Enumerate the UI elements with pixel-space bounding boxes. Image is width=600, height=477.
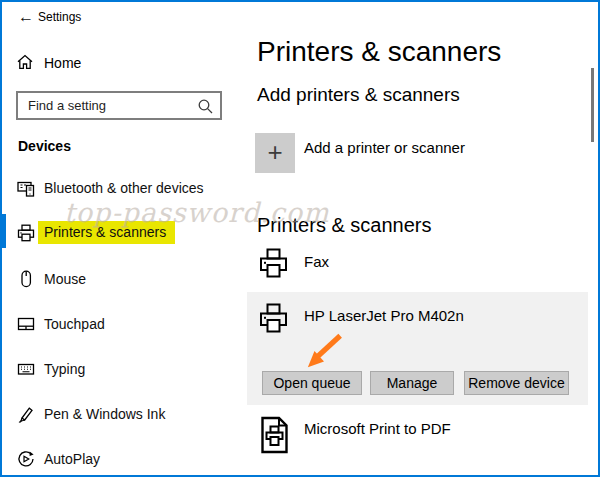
window-title: Settings — [38, 10, 81, 24]
keyboard-icon — [17, 360, 35, 378]
device-name: Fax — [304, 253, 329, 270]
manage-button[interactable]: Manage — [370, 371, 454, 395]
sidebar-item-label: AutoPlay — [44, 451, 100, 467]
page-title: Printers & scanners — [257, 36, 501, 68]
autoplay-icon — [17, 450, 35, 468]
device-row-hp-laserjet[interactable]: HP LaserJet Pro M402n Open queue Manage … — [247, 292, 588, 405]
printer-icon — [259, 303, 288, 334]
device-row-print-to-pdf[interactable]: Microsoft Print to PDF — [247, 410, 588, 460]
pen-icon — [17, 405, 35, 423]
mouse-icon — [17, 270, 35, 288]
sidebar-item-pen[interactable]: Pen & Windows Ink — [2, 396, 234, 432]
back-arrow-icon: ← — [18, 8, 34, 25]
sidebar-item-label: Typing — [44, 361, 85, 377]
annotation-arrow-icon — [301, 332, 347, 370]
sidebar-item-label: Bluetooth & other devices — [44, 180, 204, 196]
printer-icon — [17, 224, 35, 242]
open-queue-button[interactable]: Open queue — [262, 371, 362, 395]
sidebar-item-label: Mouse — [44, 271, 86, 287]
device-name: HP LaserJet Pro M402n — [304, 307, 464, 324]
sidebar-section-header: Devices — [18, 138, 71, 154]
sidebar-item-label: Home — [44, 55, 81, 71]
settings-window: top-password.com ← Settings Home — [0, 0, 600, 477]
device-name: Microsoft Print to PDF — [304, 420, 451, 437]
add-section-header: Add printers & scanners — [257, 84, 460, 106]
sidebar-item-printers[interactable]: Printers & scanners — [2, 215, 234, 251]
pdf-printer-icon — [259, 416, 290, 454]
printer-icon — [259, 248, 288, 279]
remove-device-button[interactable]: Remove device — [464, 371, 569, 395]
sidebar-item-mouse[interactable]: Mouse — [2, 261, 234, 297]
selected-accent-bar — [2, 214, 6, 248]
sidebar: Home Devices Bluetooth & other devices P… — [2, 32, 234, 475]
sidebar-item-label: Pen & Windows Ink — [44, 406, 165, 422]
add-printer-button[interactable]: + Add a printer or scanner — [255, 133, 565, 173]
sidebar-item-label: Touchpad — [44, 316, 105, 332]
devices-icon — [17, 179, 35, 197]
search-box — [16, 91, 222, 120]
add-printer-label: Add a printer or scanner — [304, 139, 465, 156]
sidebar-item-autoplay[interactable]: AutoPlay — [2, 441, 234, 477]
sidebar-item-touchpad[interactable]: Touchpad — [2, 306, 234, 342]
printers-section-header: Printers & scanners — [257, 214, 432, 237]
sidebar-item-label: Printers & scanners — [38, 221, 175, 244]
device-row-fax[interactable]: Fax — [247, 245, 588, 289]
sidebar-item-typing[interactable]: Typing — [2, 351, 234, 387]
home-icon — [16, 53, 34, 71]
search-input[interactable] — [18, 93, 220, 118]
search-icon — [197, 98, 214, 115]
touchpad-icon — [17, 315, 35, 333]
plus-icon: + — [255, 133, 295, 173]
sidebar-item-bluetooth[interactable]: Bluetooth & other devices — [2, 170, 234, 206]
sidebar-item-home[interactable]: Home — [2, 50, 234, 78]
scrollbar-thumb[interactable] — [591, 68, 594, 142]
back-button[interactable]: ← — [14, 6, 38, 28]
content-pane: Printers & scanners Add printers & scann… — [234, 2, 598, 475]
